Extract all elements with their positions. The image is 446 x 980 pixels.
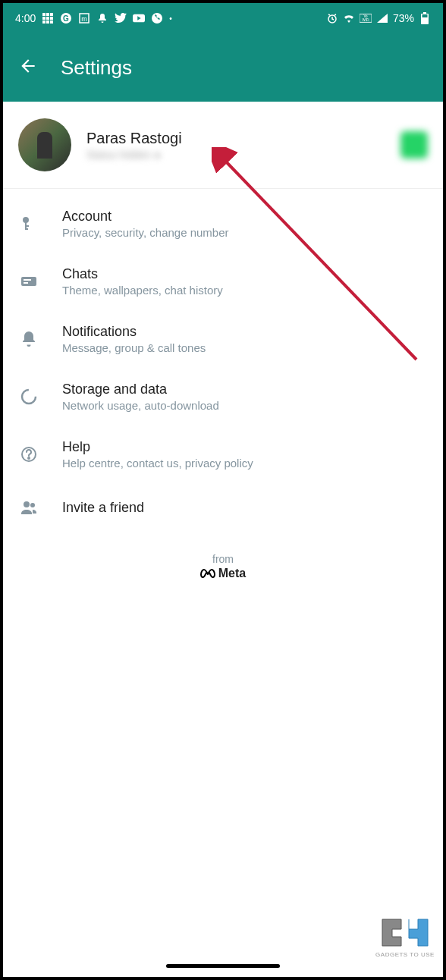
setting-item-notifications[interactable]: Notifications Message, group & call tone… bbox=[3, 310, 443, 368]
svg-text:G: G bbox=[63, 14, 69, 23]
people-icon bbox=[18, 497, 39, 518]
bell-icon bbox=[96, 12, 108, 24]
setting-title: Account bbox=[62, 209, 428, 225]
setting-item-chats[interactable]: Chats Theme, wallpapers, chat history bbox=[3, 253, 443, 310]
avatar bbox=[18, 118, 71, 171]
key-icon bbox=[18, 213, 39, 234]
setting-subtitle: Network usage, auto-download bbox=[62, 399, 428, 412]
header: Settings bbox=[3, 33, 443, 102]
signal-icon bbox=[376, 12, 388, 24]
svg-rect-4 bbox=[46, 17, 49, 20]
setting-subtitle: Theme, wallpapers, chat history bbox=[62, 284, 428, 297]
setting-item-storage[interactable]: Storage and data Network usage, auto-dow… bbox=[3, 368, 443, 426]
svg-rect-6 bbox=[42, 20, 46, 24]
footer: from Meta bbox=[3, 553, 443, 580]
status-time: 4:00 bbox=[15, 12, 36, 24]
svg-rect-24 bbox=[25, 225, 29, 227]
svg-rect-3 bbox=[42, 17, 46, 20]
footer-from: from bbox=[3, 553, 443, 565]
setting-title: Chats bbox=[62, 266, 428, 282]
svg-rect-8 bbox=[50, 20, 53, 24]
svg-point-32 bbox=[24, 501, 30, 507]
storage-icon bbox=[18, 386, 39, 407]
wifi-icon bbox=[343, 12, 355, 24]
svg-rect-21 bbox=[422, 14, 428, 17]
svg-rect-2 bbox=[50, 13, 53, 16]
svg-rect-0 bbox=[42, 13, 46, 16]
meta-icon bbox=[200, 568, 215, 579]
settings-list: Account Privacy, security, change number… bbox=[3, 189, 443, 538]
svg-rect-5 bbox=[50, 17, 53, 20]
back-button[interactable] bbox=[18, 56, 38, 79]
dot-icon: • bbox=[169, 14, 172, 23]
svg-rect-19 bbox=[423, 12, 426, 14]
svg-rect-1 bbox=[46, 13, 49, 16]
setting-subtitle: Help centre, contact us, privacy policy bbox=[62, 457, 428, 470]
profile-status: Status hidden ● bbox=[86, 149, 385, 161]
profile-name: Paras Rastogi bbox=[86, 130, 385, 147]
watermark-text: GADGETS TO USE bbox=[375, 951, 435, 958]
google-icon: G bbox=[60, 12, 72, 24]
setting-title: Notifications bbox=[62, 324, 428, 340]
svg-point-33 bbox=[30, 503, 35, 507]
svg-rect-25 bbox=[25, 228, 28, 230]
phone-icon bbox=[151, 12, 163, 24]
watermark: GADGETS TO USE bbox=[375, 916, 435, 958]
svg-rect-27 bbox=[24, 279, 31, 281]
setting-item-account[interactable]: Account Privacy, security, change number bbox=[3, 195, 443, 253]
setting-subtitle: Privacy, security, change number bbox=[62, 226, 428, 239]
setting-subtitle: Message, group & call tones bbox=[62, 341, 428, 354]
bell-settings-icon bbox=[18, 328, 39, 350]
m-icon: m bbox=[78, 12, 90, 24]
qr-icon[interactable] bbox=[400, 131, 428, 159]
chat-icon bbox=[18, 271, 39, 292]
page-title: Settings bbox=[61, 56, 132, 80]
svg-text:Vo: Vo bbox=[363, 14, 368, 18]
twitter-icon bbox=[115, 12, 127, 24]
vowifi-icon: VoWiFi bbox=[360, 12, 372, 24]
svg-rect-28 bbox=[24, 282, 28, 284]
status-right: VoWiFi 73% bbox=[326, 12, 431, 24]
home-indicator[interactable] bbox=[166, 964, 280, 968]
profile-info: Paras Rastogi Status hidden ● bbox=[86, 130, 385, 161]
profile-row[interactable]: Paras Rastogi Status hidden ● bbox=[3, 102, 443, 189]
grid-icon bbox=[42, 12, 54, 24]
setting-title: Help bbox=[62, 439, 428, 455]
svg-text:WiFi: WiFi bbox=[363, 18, 369, 22]
svg-rect-7 bbox=[46, 20, 49, 24]
footer-brand: Meta bbox=[3, 567, 443, 580]
setting-item-help[interactable]: Help Help centre, contact us, privacy po… bbox=[3, 426, 443, 483]
svg-point-29 bbox=[22, 390, 36, 404]
setting-title: Storage and data bbox=[62, 382, 428, 397]
alarm-icon bbox=[326, 12, 338, 24]
youtube-icon bbox=[133, 12, 145, 24]
status-left: 4:00 G m • bbox=[15, 12, 172, 24]
setting-item-invite[interactable]: Invite a friend bbox=[3, 483, 443, 532]
help-icon bbox=[18, 444, 39, 465]
svg-text:m: m bbox=[82, 15, 88, 23]
setting-title: Invite a friend bbox=[62, 500, 428, 516]
battery-icon bbox=[419, 12, 431, 24]
svg-point-14 bbox=[152, 13, 162, 24]
battery-percent: 73% bbox=[393, 12, 414, 24]
status-bar: 4:00 G m • VoWiFi bbox=[3, 3, 443, 33]
svg-rect-26 bbox=[21, 277, 36, 286]
svg-point-31 bbox=[28, 457, 30, 459]
